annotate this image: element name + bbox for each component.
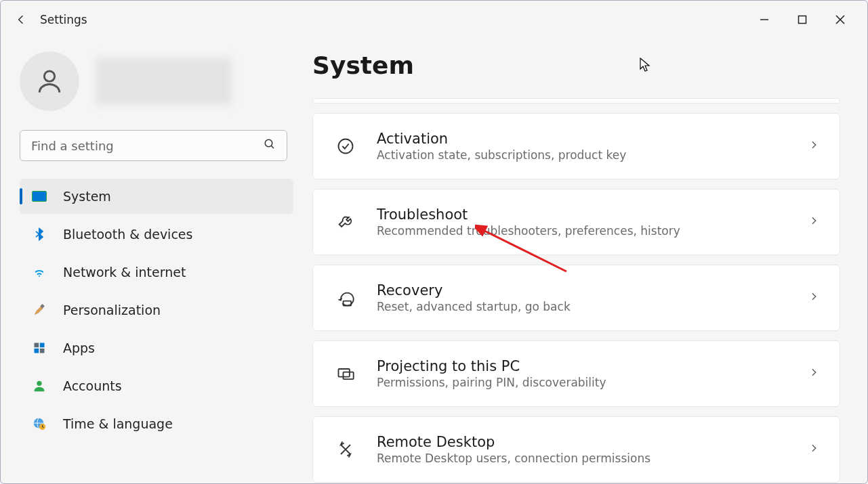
- partial-card-top[interactable]: [312, 98, 840, 104]
- card-troubleshoot[interactable]: Troubleshoot Recommended troubleshooters…: [312, 189, 840, 255]
- card-title: Recovery: [377, 282, 789, 299]
- nav-label: System: [63, 189, 111, 204]
- nav-item-bluetooth[interactable]: Bluetooth & devices: [20, 217, 293, 252]
- card-title: Remote Desktop: [377, 434, 789, 450]
- chevron-right-icon: [808, 443, 819, 456]
- card-sub: Activation state, subscriptions, product…: [377, 148, 789, 162]
- svg-rect-17: [339, 369, 350, 377]
- window-controls: [755, 10, 858, 29]
- maximize-button[interactable]: [793, 10, 812, 29]
- window-title: Settings: [40, 13, 87, 26]
- card-recovery[interactable]: Recovery Reset, advanced startup, go bac…: [312, 265, 840, 331]
- chevron-right-icon: [808, 367, 819, 380]
- back-button[interactable]: [10, 9, 32, 30]
- nav-list: System Bluetooth & devices Network & int…: [20, 179, 293, 441]
- brush-icon: [30, 301, 48, 319]
- svg-rect-1: [799, 16, 806, 23]
- card-title: Projecting to this PC: [377, 358, 789, 374]
- search-icon: [264, 138, 276, 153]
- nav-label: Personalization: [63, 303, 161, 317]
- svg-point-5: [265, 139, 272, 147]
- wrench-icon: [333, 213, 358, 232]
- svg-rect-8: [35, 343, 39, 348]
- nav-item-system[interactable]: System: [20, 179, 293, 214]
- nav-item-time-language[interactable]: Time & language: [20, 406, 293, 441]
- profile-block[interactable]: [20, 51, 293, 111]
- nav-label: Bluetooth & devices: [63, 227, 192, 242]
- svg-rect-10: [35, 349, 39, 353]
- sidebar: System Bluetooth & devices Network & int…: [1, 38, 312, 483]
- svg-rect-18: [344, 372, 354, 380]
- close-button[interactable]: [831, 10, 850, 29]
- nav-item-personalization[interactable]: Personalization: [20, 292, 293, 328]
- card-sub: Recommended troubleshooters, preferences…: [377, 224, 789, 238]
- svg-point-15: [339, 139, 353, 154]
- person-icon: [30, 377, 48, 395]
- chevron-right-icon: [808, 291, 819, 305]
- svg-line-6: [271, 146, 274, 148]
- nav-label: Accounts: [63, 378, 122, 393]
- search-input[interactable]: [31, 139, 264, 153]
- search-box[interactable]: [20, 130, 287, 161]
- svg-point-12: [37, 381, 41, 386]
- nav-label: Network & internet: [63, 265, 186, 280]
- check-circle-icon: [333, 137, 358, 156]
- globe-clock-icon: [30, 415, 48, 433]
- card-activation[interactable]: Activation Activation state, subscriptio…: [312, 113, 840, 179]
- bluetooth-icon: [30, 225, 48, 243]
- recovery-icon: [333, 288, 358, 307]
- card-title: Troubleshoot: [377, 206, 789, 223]
- nav-item-apps[interactable]: Apps: [20, 330, 293, 366]
- nav-label: Apps: [63, 340, 95, 355]
- system-icon: [30, 188, 48, 205]
- svg-point-4: [44, 71, 54, 81]
- card-sub: Remote Desktop users, connection permiss…: [377, 452, 789, 465]
- remote-desktop-icon: [333, 440, 358, 459]
- card-sub: Permissions, pairing PIN, discoverabilit…: [377, 376, 789, 389]
- nav-item-network[interactable]: Network & internet: [20, 255, 293, 290]
- chevron-right-icon: [808, 139, 819, 153]
- titlebar: Settings: [1, 1, 867, 38]
- apps-icon: [30, 339, 48, 357]
- nav-label: Time & language: [63, 416, 173, 431]
- avatar: [20, 51, 79, 111]
- projecting-icon: [333, 364, 358, 383]
- minimize-button[interactable]: [755, 10, 774, 29]
- main-panel: System Activation Activation state, subs…: [312, 38, 867, 483]
- profile-name-blurred: [96, 58, 231, 105]
- page-title: System: [312, 51, 840, 79]
- nav-item-accounts[interactable]: Accounts: [20, 368, 293, 403]
- svg-rect-11: [40, 349, 45, 353]
- card-title: Activation: [377, 131, 789, 147]
- card-remote-desktop[interactable]: Remote Desktop Remote Desktop users, con…: [312, 416, 840, 483]
- svg-rect-9: [40, 343, 45, 348]
- wifi-icon: [30, 263, 48, 281]
- chevron-right-icon: [808, 215, 819, 229]
- card-projecting[interactable]: Projecting to this PC Permissions, pairi…: [312, 340, 840, 407]
- card-sub: Reset, advanced startup, go back: [377, 300, 789, 313]
